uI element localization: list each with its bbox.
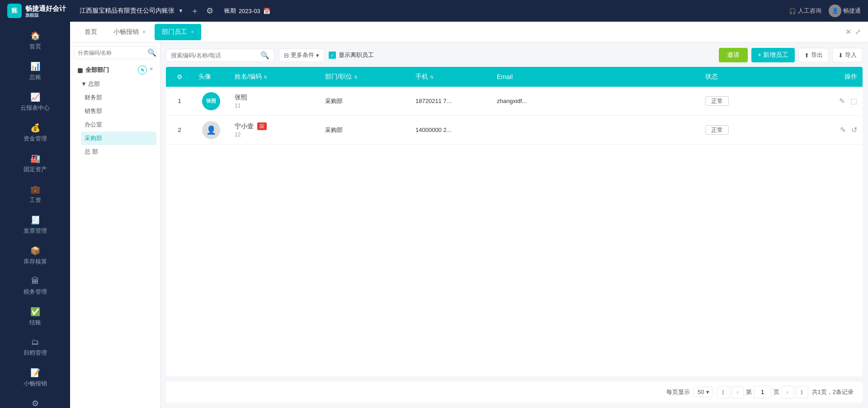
dept-item-hq[interactable]: 总 部 xyxy=(81,145,156,159)
app-logo: 账 畅捷通好会计 旗舰版 xyxy=(7,4,71,19)
per-page-select[interactable]: 50 ▾ xyxy=(693,387,713,397)
row2-actions: ✎ ↺ xyxy=(840,126,857,134)
export-btn[interactable]: ⬆ 导出 xyxy=(798,48,829,62)
tax-icon: 🏛 xyxy=(31,277,39,286)
pagination-bar: 每页显示 50 ▾ ⟪ ‹ 第 页 › ⟫ 共1页，2条记录 xyxy=(166,381,863,403)
row1-name-cell: 张熙 11 xyxy=(229,94,320,109)
col-name: 姓名/编码 ⇅ xyxy=(229,73,320,81)
tab-bar: 首页 小畅报销 × 部门员工 × ✕ ⤢ xyxy=(70,22,868,42)
sidebar-item-ledger[interactable]: 📊 总账 xyxy=(0,56,70,87)
dept-add-icon[interactable]: ✎ xyxy=(138,66,147,75)
employee-panel: 🔍 ⊟ 更多条件 ▾ ✓ 显示离职员工 邀请 + 新增员工 xyxy=(160,42,868,408)
row1-logout-icon[interactable]: ⬚ xyxy=(850,97,857,105)
dept-item-purchasing[interactable]: 采购部 xyxy=(81,131,156,145)
prev-page-btn[interactable]: ‹ xyxy=(731,386,744,399)
inventory-icon: 📦 xyxy=(30,246,40,256)
tab-employees[interactable]: 部门员工 × xyxy=(155,24,201,40)
sidebar-item-expense[interactable]: 📝 小畅报销 xyxy=(0,362,70,393)
row2-name-info: 宁小壹 应 12 xyxy=(235,122,314,138)
add-employee-btn[interactable]: + 新增员工 xyxy=(751,48,795,62)
row2-avatar-cell: 👤 xyxy=(193,121,229,139)
dept-collapse-icon[interactable]: « xyxy=(150,66,153,75)
calendar-icon[interactable]: 📅 xyxy=(263,8,270,14)
col-settings-icon[interactable]: ⚙ xyxy=(173,70,186,83)
user-name: 畅捷通 xyxy=(843,7,861,15)
sidebar: 🏠 首页 📊 总账 📈 云报表中心 💰 资金管理 🏭 固定资产 💼 工资 🧾 发… xyxy=(0,22,70,408)
settings-icon[interactable]: ⚙ xyxy=(206,6,213,16)
row2-delete-icon[interactable]: ↺ xyxy=(851,126,857,134)
sidebar-item-funds-label: 资金管理 xyxy=(24,135,47,143)
app-name: 畅捷通好会计 xyxy=(25,5,66,12)
col-phone-sort-icon[interactable]: ⇅ xyxy=(430,75,434,80)
company-selector[interactable]: 江西服宝精品有限责任公司内账张 ▼ ＋ ⚙ 账期 2023-03 📅 xyxy=(80,5,789,16)
sidebar-item-invoice[interactable]: 🧾 发票管理 xyxy=(0,210,70,240)
sidebar-item-inventory-label: 库存核算 xyxy=(24,258,47,266)
tab-expense-close-icon[interactable]: × xyxy=(142,29,146,35)
company-name: 江西服宝精品有限责任公司内账张 xyxy=(80,7,175,15)
tab-employees-close-icon[interactable]: × xyxy=(191,29,194,35)
dept-item-finance[interactable]: 财务部 xyxy=(81,91,156,104)
tab-expense-label: 小畅报销 xyxy=(113,28,139,36)
emp-search-box[interactable]: 🔍 xyxy=(166,49,274,62)
col-dept-sort-icon[interactable]: ⇅ xyxy=(354,75,358,80)
page-label: 第 xyxy=(746,388,752,396)
filter-btn[interactable]: ⊟ 更多条件 ▾ xyxy=(279,48,324,62)
sidebar-item-payroll-label: 工资 xyxy=(29,196,41,204)
row2-edit-icon[interactable]: ✎ xyxy=(840,126,846,134)
dept-item-general[interactable]: ▼ 总部 xyxy=(77,77,156,91)
sidebar-item-archive[interactable]: 🗂 归档管理 xyxy=(0,332,70,362)
ai-consult-btn[interactable]: 🎧 人工咨询 xyxy=(789,7,821,15)
filter-icon: ⊟ xyxy=(284,52,289,59)
sidebar-item-tax[interactable]: 🏛 税务管理 xyxy=(0,271,70,301)
sidebar-item-ledger-label: 总账 xyxy=(29,73,41,81)
col-action-label: 操作 xyxy=(844,73,857,81)
row2-phone: 14000000 2... xyxy=(415,127,452,133)
dept-search-input[interactable] xyxy=(78,50,146,56)
first-page-btn[interactable]: ⟪ xyxy=(717,386,730,399)
sidebar-item-expense-label: 小畅报销 xyxy=(24,380,47,388)
close-books-icon: ✅ xyxy=(30,307,40,317)
sidebar-item-inventory[interactable]: 📦 库存核算 xyxy=(0,240,70,271)
add-company-icon[interactable]: ＋ xyxy=(191,5,199,16)
row2-code: 12 xyxy=(235,131,314,138)
sidebar-item-home[interactable]: 🏠 首页 xyxy=(0,25,70,56)
show-resigned-checkbox[interactable]: ✓ 显示离职员工 xyxy=(329,51,374,59)
company-dropdown-icon[interactable]: ▼ xyxy=(178,8,184,14)
emp-search-icon[interactable]: 🔍 xyxy=(260,51,269,60)
assets-icon: 🏭 xyxy=(30,154,40,164)
dept-search-box[interactable]: 🔍 xyxy=(74,46,156,59)
col-name-sort-icon[interactable]: ⇅ xyxy=(264,75,267,80)
col-phone: 手机 ⇅ xyxy=(410,73,491,81)
main-layout: 🏠 首页 📊 总账 📈 云报表中心 💰 资金管理 🏭 固定资产 💼 工资 🧾 发… xyxy=(0,22,868,408)
row2-name: 宁小壹 xyxy=(235,122,254,131)
row1-phone: 18720211 7... xyxy=(415,98,452,104)
emp-search-input[interactable] xyxy=(171,52,258,59)
period-value: 2023-03 xyxy=(239,8,260,14)
sidebar-item-payroll[interactable]: 💼 工资 xyxy=(0,179,70,210)
dept-all-item[interactable]: ▦ 全部部门 ✎ « xyxy=(74,63,156,77)
row2-action-cell: ✎ ↺ xyxy=(781,126,863,134)
dept-item-office[interactable]: 办公室 xyxy=(81,118,156,131)
row1-edit-icon[interactable]: ✎ xyxy=(839,97,845,105)
sidebar-item-funds[interactable]: 💰 资金管理 xyxy=(0,117,70,148)
dept-panel: 🔍 ▦ 全部部门 ✎ « ▼ 总部 财务部 销售部 办公室 xyxy=(70,42,160,408)
page-input[interactable] xyxy=(754,386,772,399)
next-page-btn[interactable]: › xyxy=(781,386,794,399)
topbar-right: 🎧 人工咨询 👤 畅捷通 xyxy=(789,5,861,17)
sidebar-item-close-books[interactable]: ✅ 结账 xyxy=(0,301,70,332)
sidebar-item-base-settings[interactable]: ⚙ 基础设置 xyxy=(0,393,70,408)
export-icon: ⬆ xyxy=(804,52,809,59)
emp-table: ⚙ 头像 姓名/编码 ⇅ 部门/职位 ⇅ xyxy=(166,67,863,376)
sidebar-item-assets[interactable]: 🏭 固定资产 xyxy=(0,148,70,179)
invite-btn[interactable]: 邀请 xyxy=(719,48,748,62)
tab-close-all-icon[interactable]: ✕ xyxy=(845,28,851,36)
tab-expand-icon[interactable]: ⤢ xyxy=(855,28,861,36)
tab-expense[interactable]: 小畅报销 × xyxy=(106,24,153,40)
sidebar-item-reports[interactable]: 📈 云报表中心 xyxy=(0,87,70,117)
tab-home[interactable]: 首页 xyxy=(77,24,104,40)
last-page-btn[interactable]: ⟫ xyxy=(796,386,808,399)
import-btn[interactable]: ⬇ 导入 xyxy=(832,48,863,62)
user-menu[interactable]: 👤 畅捷通 xyxy=(829,5,861,17)
dept-search-icon[interactable]: 🔍 xyxy=(147,48,156,57)
dept-item-sales[interactable]: 销售部 xyxy=(81,104,156,118)
